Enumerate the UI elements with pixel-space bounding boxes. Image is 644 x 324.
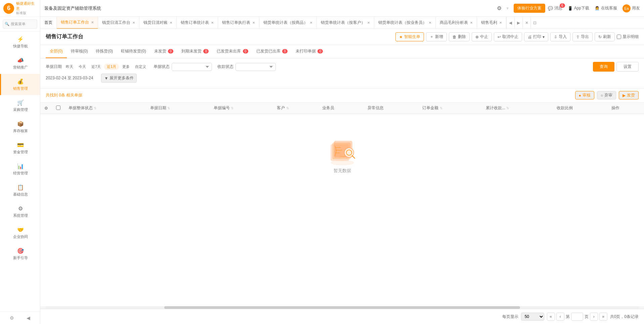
tab-sales-product[interactable]: 销货单统计表（按商品） ✕	[259, 17, 317, 29]
sub-tab-label: 待审核	[71, 49, 83, 53]
sort-status-icon[interactable]: ⇅	[94, 106, 96, 110]
tab-close-btn[interactable]: ✕	[170, 21, 172, 25]
tab-close-btn[interactable]: ✕	[132, 21, 135, 25]
cancel-stop-button[interactable]: ↩ 取消中止	[494, 32, 522, 41]
user-btn[interactable]: Ea 用友	[622, 4, 640, 12]
tab-close-btn[interactable]: ✕	[310, 21, 312, 25]
tab-label: 钱货日清对账	[143, 20, 168, 26]
horizontal-scrollbar[interactable]	[46, 306, 639, 309]
sidebar-nav: ⚡ 快捷导航 📣 营销推广 💰 销售管理 🛒 采购管理 📦 库存核算 💳	[0, 32, 40, 312]
tab-daily-reconcile[interactable]: 钱货日清对账 ✕	[139, 17, 177, 29]
abandon-button[interactable]: ○ 弃审	[597, 91, 616, 99]
tab-daily-clear[interactable]: 钱货日清工作台 ✕	[98, 17, 139, 29]
export-button[interactable]: ⇧ 导出	[572, 32, 593, 41]
first-page-btn[interactable]: «	[547, 313, 555, 321]
date-custom-btn[interactable]: 自定义	[133, 64, 148, 70]
ship-button[interactable]: ▶ 发货	[619, 91, 639, 99]
tab-expand-btn[interactable]: ⊡	[530, 17, 539, 29]
sidebar-item-inventory[interactable]: 📦 库存核算	[0, 116, 40, 137]
sub-tab-not-printed[interactable]: 未打印单据 0	[292, 45, 327, 58]
select-all-checkbox[interactable]	[56, 106, 60, 110]
sidebar-item-sales[interactable]: 💰 销售管理	[0, 74, 40, 95]
sub-tab-shipped-out[interactable]: 已发货已出库 0	[252, 45, 292, 58]
tab-sales-customer[interactable]: 销货单统计表（按客户） ✕	[317, 17, 374, 29]
collapse-btn[interactable]: ◀	[27, 315, 30, 321]
next-page-btn[interactable]: ›	[590, 313, 598, 321]
sort-date-icon[interactable]: ⇅	[167, 106, 170, 110]
tab-close-btn[interactable]: ✕	[91, 21, 94, 24]
page-actions: ★ 智能生单 ＋ 新增 🗑 删除 ⊗ 中止	[395, 32, 639, 41]
tab-close-btn[interactable]: ✕	[499, 21, 502, 25]
sidebar-item-marketing[interactable]: 📣 营销推广	[0, 53, 40, 74]
tab-close-btn[interactable]: ✕	[367, 21, 370, 25]
tab-close-btn[interactable]: ✕	[211, 21, 214, 25]
tab-close-btn[interactable]: ✕	[429, 21, 431, 25]
stop-button[interactable]: ⊗ 中止	[472, 32, 492, 41]
sort-number-icon[interactable]: ⇅	[231, 106, 233, 110]
tab-gross-profit[interactable]: 商品毛利分析表 ✕	[436, 17, 477, 29]
tab-close-all-btn[interactable]: ✕	[522, 17, 530, 29]
sort-amount-icon[interactable]: ⇅	[440, 106, 442, 110]
sub-tab-overdue-ship[interactable]: 到期未发货 0	[177, 45, 213, 58]
online-service-btn[interactable]: 👩‍💼 在线客服	[595, 5, 617, 11]
payment-select[interactable]	[235, 63, 276, 71]
sub-tab-pending-review[interactable]: 待审核(0)	[67, 45, 92, 58]
header-gear-btn[interactable]: ⚙	[497, 5, 502, 11]
sub-tab-not-shipped[interactable]: 未发货 0	[150, 45, 177, 58]
date-more-btn[interactable]: 更多	[120, 64, 132, 70]
sub-tab-shipped-not-out[interactable]: 已发货未出库 0	[213, 45, 252, 58]
sidebar-item-enterprise[interactable]: 🤝 企业协同	[0, 222, 40, 243]
tab-sales-margin[interactable]: 销售毛利 ✕	[477, 17, 506, 29]
add-button[interactable]: ＋ 新增	[426, 32, 447, 41]
print-button[interactable]: 🖨 打印 ▾	[524, 32, 548, 41]
smart-generate-button[interactable]: ★ 智能生单	[395, 32, 424, 41]
message-btn[interactable]: 💬 消息 6	[548, 5, 562, 11]
import-button[interactable]: ⇩ 导入	[550, 32, 570, 41]
date-today-btn[interactable]: 今天	[77, 64, 88, 70]
delete-button[interactable]: 🗑 删除	[449, 32, 470, 41]
sub-tab-pending-pick[interactable]: 待拣货(0)	[92, 45, 117, 58]
sort-received-icon[interactable]: ⇅	[506, 106, 509, 110]
scroll-thumb[interactable]	[164, 306, 520, 309]
tab-close-btn[interactable]: ✕	[470, 21, 473, 25]
refresh-button[interactable]: ↻ 刷新	[595, 32, 615, 41]
solution-button[interactable]: 体验行业方案	[514, 4, 545, 13]
prev-page-btn[interactable]: ‹	[556, 313, 564, 321]
audit-button[interactable]: ● 审核	[575, 91, 594, 99]
show-detail-toggle[interactable]: 显示明细	[617, 34, 639, 40]
sidebar-item-system[interactable]: ⚙ 系统管理	[0, 201, 40, 222]
sidebar-item-finance[interactable]: 💳 资金管理	[0, 137, 40, 159]
set-button[interactable]: 设置	[616, 62, 639, 72]
tab-sales-workbench[interactable]: 销售订单工作台 ✕	[57, 17, 98, 29]
tab-next-btn[interactable]: ▶	[514, 17, 522, 29]
sub-tab-shop-pending[interactable]: 旺铺待发货(0)	[117, 45, 150, 58]
tab-sales-staff[interactable]: 销货单统计表（按业务员） ✕	[374, 17, 436, 29]
sidebar-item-purchase[interactable]: 🛒 采购管理	[0, 95, 40, 116]
sidebar-item-guide[interactable]: 🎯 新手引导	[0, 243, 40, 265]
show-detail-checkbox[interactable]	[617, 35, 621, 39]
per-page-select[interactable]: 50 100 200	[521, 313, 544, 321]
date-1month-btn[interactable]: 近1月	[104, 64, 119, 70]
date-7days-btn[interactable]: 近7天	[89, 64, 103, 70]
tab-close-btn[interactable]: ✕	[252, 21, 255, 25]
sidebar-item-operations[interactable]: 📊 经营管理	[0, 159, 40, 180]
status-select[interactable]	[172, 63, 212, 71]
sidebar-search-area: 🔍 搜索菜单	[0, 17, 40, 32]
date-yesterday-btn[interactable]: 昨天	[64, 64, 75, 70]
tab-sales-stats[interactable]: 销售订单统计表 ✕	[177, 17, 218, 29]
page-input[interactable]: 1	[571, 313, 583, 321]
settings-icon[interactable]: ⚙	[44, 106, 48, 111]
expand-conditions-btn[interactable]: ▼ 展开更多条件	[101, 74, 137, 83]
sub-tab-all[interactable]: 全部(0)	[46, 45, 67, 58]
app-download-btn[interactable]: 📱 App下载	[568, 5, 589, 11]
sidebar-item-quick-nav[interactable]: ⚡ 快捷导航	[0, 32, 40, 53]
tab-home[interactable]: 首页	[40, 17, 57, 29]
sort-customer-icon[interactable]: ⇅	[286, 106, 289, 110]
sidebar-item-basic-info[interactable]: 📋 基础信息	[0, 180, 40, 201]
settings-footer-btn[interactable]: ⚙	[10, 315, 14, 321]
query-button[interactable]: 查询	[593, 62, 614, 72]
tab-prev-btn[interactable]: ◀	[506, 17, 514, 29]
last-page-btn[interactable]: »	[599, 313, 607, 321]
search-menu-button[interactable]: 🔍 搜索菜单	[3, 19, 37, 29]
tab-sales-exec[interactable]: 销售订单执行表 ✕	[218, 17, 259, 29]
